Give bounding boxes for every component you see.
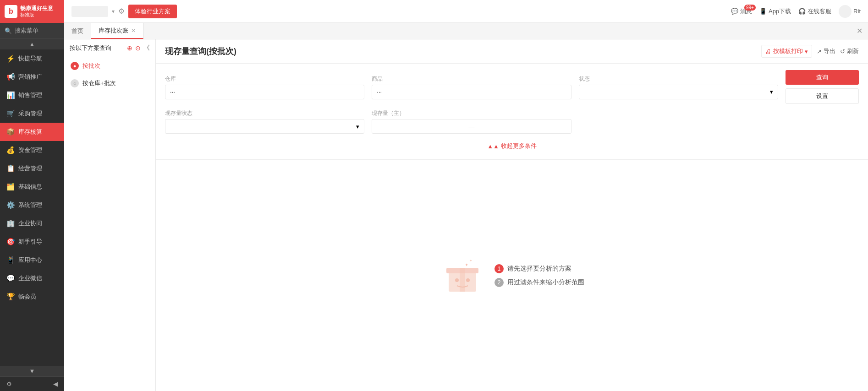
sidebar-item-inventory[interactable]: 📦 库存核算 <box>0 123 64 141</box>
refresh-btn[interactable]: ↺ 刷新 <box>840 47 859 55</box>
left-panel: 按以下方案查询 ⊕ ⊙ 《 ● 按批次 ○ 按仓库+批次 <box>64 39 156 391</box>
filter-row-1: 仓库 ··· 商品 ··· 状态 <box>165 70 859 104</box>
inventory-status-dropdown-icon: ▾ <box>356 123 359 130</box>
tab-batch[interactable]: 库存批次账 ✕ <box>91 23 143 39</box>
topbar-left: ▾ ⚙ 体验行业方案 <box>71 5 726 18</box>
empty-state-content: ✦ ✦ 1 请先选择要分析的方案 <box>439 253 584 299</box>
query-btn[interactable]: 查询 <box>786 70 859 85</box>
tip-1-num: 1 <box>494 264 504 273</box>
refresh-icon: ↺ <box>840 48 845 55</box>
inventory-status-filter: 现存量状态 ▾ <box>165 109 364 134</box>
search-icon: 🔍 <box>5 27 12 34</box>
empty-tip-1: 1 请先选择要分析的方案 <box>494 264 584 273</box>
svg-rect-2 <box>460 268 465 292</box>
sidebar-search[interactable]: 🔍 搜索菜单 <box>0 23 64 39</box>
product-label: 商品 <box>372 75 571 83</box>
messages-btn[interactable]: 💬 消息 99+ <box>731 7 752 16</box>
collapse-conditions-btn[interactable]: ▲▲ 收起更多条件 <box>165 139 859 153</box>
empty-tips: 1 请先选择要分析的方案 2 用过滤条件来缩小分析范围 <box>494 264 584 287</box>
content-area: 按以下方案查询 ⊕ ⊙ 《 ● 按批次 ○ 按仓库+批次 现存量查询(按批次) <box>64 39 868 391</box>
collapse-panel-icon[interactable]: 《 <box>143 44 150 52</box>
sidebar-nav: ⚡ 快捷导航 📢 营销推广 📊 销售管理 🛒 采购管理 📦 库存核算 💰 资金管… <box>0 49 64 366</box>
enterprise-icon: 🏢 <box>6 219 15 228</box>
operation-icon: 📋 <box>6 164 15 173</box>
status-select[interactable]: ▾ <box>579 85 778 99</box>
topbar-right: 💬 消息 99+ 📱 App下载 🎧 在线客服 Rit <box>731 5 861 18</box>
marketing-icon: 📢 <box>6 73 15 81</box>
sales-icon: 📊 <box>6 91 15 99</box>
sidebar-item-sales[interactable]: 📊 销售管理 <box>0 86 64 104</box>
sidebar-item-finance[interactable]: 💰 资金管理 <box>0 141 64 159</box>
add-scheme-icon[interactable]: ⊕ <box>127 44 132 52</box>
quantity-filter: 现存量（主） — <box>372 109 571 134</box>
svg-point-6 <box>466 278 470 282</box>
sidebar-item-operation[interactable]: 📋 经营管理 <box>0 159 64 178</box>
quantity-label: 现存量（主） <box>372 109 571 117</box>
page-header: 现存量查询(按批次) 🖨 按模板打印 ▾ ↗ 导出 ↺ 刷新 <box>156 39 868 64</box>
svg-point-5 <box>455 278 459 282</box>
sidebar-item-system[interactable]: ⚙️ 系统管理 <box>0 196 64 214</box>
collapse-icon[interactable]: ◀ <box>53 380 58 387</box>
sidebar-item-basic[interactable]: 🗂️ 基础信息 <box>0 178 64 196</box>
sidebar-item-shortcut[interactable]: ⚡ 快捷导航 <box>0 49 64 68</box>
sidebar: b 畅康通好生意 标准版 🔍 搜索菜单 ▲ ⚡ 快捷导航 📢 营销推广 📊 销售… <box>0 0 64 391</box>
range-dash: — <box>468 123 474 130</box>
warehouse-label: 仓库 <box>165 75 364 83</box>
setting-btn[interactable]: 设置 <box>786 88 859 104</box>
sidebar-item-member[interactable]: 🏆 畅会员 <box>0 288 64 306</box>
print-dropdown-icon[interactable]: ▾ <box>805 48 808 55</box>
sidebar-scroll-down[interactable]: ▼ <box>0 366 64 376</box>
topbar: ▾ ⚙ 体验行业方案 💬 消息 99+ 📱 App下载 🎧 在线客服 Rit <box>64 0 868 23</box>
sidebar-scroll-up[interactable]: ▲ <box>0 39 64 49</box>
dropdown-arrow-icon[interactable]: ▾ <box>112 8 115 15</box>
sidebar-item-apps[interactable]: 📱 应用中心 <box>0 251 64 269</box>
tab-bar-close-icon[interactable]: ✕ <box>851 27 868 35</box>
sidebar-item-purchase[interactable]: 🛒 采购管理 <box>0 104 64 123</box>
product-input[interactable]: ··· <box>372 85 571 99</box>
warehouse-filter: 仓库 ··· <box>165 75 364 99</box>
collapse-up-icon: ▲▲ <box>487 143 499 150</box>
settings-scheme-icon[interactable]: ⊙ <box>135 44 141 52</box>
scheme-item-warehouse-batch[interactable]: ○ 按仓库+批次 <box>64 75 155 92</box>
print-icon: 🖨 <box>765 48 771 55</box>
quantity-from-input[interactable] <box>377 123 404 130</box>
svg-text:✦: ✦ <box>465 262 468 267</box>
tab-home[interactable]: 首页 <box>64 23 91 39</box>
user-avatar-btn[interactable]: Rit <box>839 5 861 18</box>
online-support-btn[interactable]: 🎧 在线客服 <box>798 7 831 16</box>
basic-icon: 🗂️ <box>6 183 15 191</box>
trial-btn[interactable]: 体验行业方案 <box>128 5 177 18</box>
quantity-to-input[interactable] <box>539 123 566 130</box>
app-icon: 📱 <box>759 8 767 15</box>
empty-illustration: ✦ ✦ <box>439 253 485 299</box>
tip-2-num: 2 <box>494 278 504 287</box>
left-panel-actions: ⊕ ⊙ 《 <box>127 44 150 52</box>
inventory-icon: 📦 <box>6 128 15 136</box>
sidebar-item-enterprise[interactable]: 🏢 企业协同 <box>0 214 64 233</box>
tab-close-icon[interactable]: ✕ <box>131 27 136 34</box>
system-icon: ⚙️ <box>6 201 15 209</box>
breadcrumb <box>71 6 108 17</box>
app-download-btn[interactable]: 📱 App下载 <box>759 7 791 16</box>
sidebar-item-guide[interactable]: 🎯 新手引导 <box>0 233 64 251</box>
settings-icon[interactable]: ⚙ <box>6 380 12 387</box>
print-btn[interactable]: 🖨 按模板打印 ▾ <box>761 45 812 58</box>
filter-section: 仓库 ··· 商品 ··· 状态 <box>156 64 868 160</box>
main-area: ▾ ⚙ 体验行业方案 💬 消息 99+ 📱 App下载 🎧 在线客服 Rit <box>64 0 868 391</box>
sidebar-item-wechat[interactable]: 💬 企业微信 <box>0 269 64 288</box>
warehouse-input[interactable]: ··· <box>165 85 364 99</box>
avatar <box>839 5 852 18</box>
headset-icon: 🎧 <box>798 8 806 15</box>
finance-icon: 💰 <box>6 146 15 154</box>
export-btn[interactable]: ↗ 导出 <box>817 47 835 55</box>
app-logo: b <box>5 5 17 18</box>
sidebar-item-marketing[interactable]: 📢 营销推广 <box>0 68 64 86</box>
svg-text:✦: ✦ <box>469 259 472 263</box>
topbar-gear-icon[interactable]: ⚙ <box>118 7 125 16</box>
page-title: 现存量查询(按批次) <box>165 46 236 57</box>
app-name-text: 畅康通好生意 标准版 <box>20 5 53 18</box>
inventory-status-select[interactable]: ▾ <box>165 119 364 134</box>
status-filter: 状态 ▾ <box>579 75 778 99</box>
scheme-item-batch[interactable]: ● 按批次 <box>64 57 155 75</box>
member-icon: 🏆 <box>6 293 15 301</box>
